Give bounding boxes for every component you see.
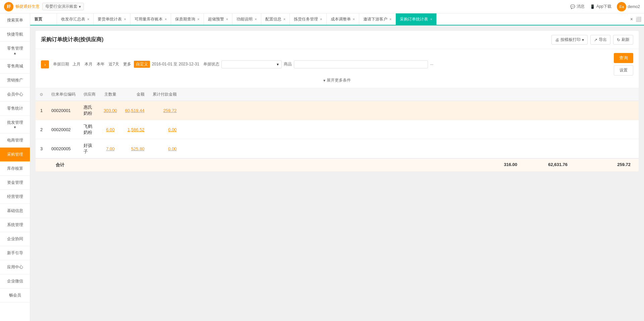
tab-label: 可用量库存账本 (135, 16, 163, 22)
tab-label: 成本调整单 (331, 16, 351, 22)
tab-close-icon[interactable]: × (255, 17, 257, 21)
page-title: 采购订单统计表(按供应商) (41, 36, 104, 43)
row-index: 2 (36, 120, 47, 139)
tab-invite[interactable]: 邀请下游客户 × (359, 13, 396, 25)
export-button[interactable]: ↗ 导出 (590, 35, 610, 45)
tab-close-icon[interactable]: × (197, 17, 199, 21)
tab-order-stat[interactable]: 要货单统计表 × (94, 13, 130, 25)
arrow-down-icon: ▼ (13, 125, 17, 129)
sidebar-item-retail-stat[interactable]: 零售统计 (0, 102, 30, 116)
date-link-more[interactable]: 更多 (122, 61, 132, 68)
table-row[interactable]: 3 00020005 好孩子 7.00 525.80 0.00 (36, 139, 639, 158)
date-link-7days[interactable]: 近7天 (107, 61, 120, 68)
sidebar-item-enterprise[interactable]: 企业协同 (0, 232, 30, 246)
sidebar-item-wechat[interactable]: 企业微信 (0, 274, 30, 288)
tab-close-icon[interactable]: × (320, 17, 322, 21)
sidebar-item-member[interactable]: 会员中心 (0, 88, 30, 102)
top-bar: 好 畅捷通好生意 母婴行业演示账套 ▾ 💬 消息 📱 App下载 Ea demo… (0, 0, 644, 13)
message-btn[interactable]: 💬 消息 (570, 4, 585, 9)
footer-amount: 62,631.76 (534, 162, 568, 168)
tab-available-inv[interactable]: 可用量库存账本 × (130, 13, 171, 25)
tab-pick-task[interactable]: 拣货任务管理 × (290, 13, 326, 25)
filter-date-group: 单据日期 上月 本月 本年 近7天 更多 自定义 2016-01-01 至 20… (53, 61, 199, 68)
date-link-cur-year[interactable]: 本年 (95, 61, 106, 68)
workspace-selector[interactable]: 母婴行业演示账套 ▾ (42, 3, 84, 10)
sidebar-item-appcenter[interactable]: 应用中心 (0, 260, 30, 274)
sidebar-item-ecommerce[interactable]: 电商管理 (0, 133, 30, 148)
sidebar-item-operations[interactable]: 经营管理 (0, 190, 30, 204)
sidebar-item-member2[interactable]: 畅会员 (0, 288, 30, 303)
filter-toggle-btn[interactable]: › (41, 60, 49, 68)
tab-overstock[interactable]: 超储预警 × (204, 13, 232, 25)
sidebar-item-inventory[interactable]: 库存核算 (0, 162, 30, 176)
sidebar-item-retail[interactable]: 零售管理 ▲ (0, 42, 30, 59)
row-extra (181, 120, 639, 139)
goods-input[interactable] (294, 60, 428, 68)
table-wrapper: ⚙ 往来单位编码 供应商 主数量 金额 累计付款金额 (36, 88, 639, 158)
user-area[interactable]: Ea demo2 (617, 2, 640, 11)
tab-collect-send[interactable]: 收发存汇总表 × (57, 13, 94, 25)
filter-actions: 查询 设置 (614, 53, 633, 75)
tab-close-icon[interactable]: × (226, 17, 228, 21)
tab-close-icon[interactable]: × (124, 17, 126, 21)
footer-qty: 316.00 (484, 162, 517, 168)
sidebar-item-search[interactable]: 搜索英单 (0, 13, 30, 28)
status-select[interactable]: ▾ (221, 60, 282, 68)
table-row[interactable]: 2 00020002 飞鹤奶粉 6.00 1,586.52 0.00 (36, 120, 639, 139)
sidebar-item-capital[interactable]: 资金管理 (0, 176, 30, 190)
tab-purchase-stat[interactable]: 采购订单统计表 × (396, 13, 436, 25)
message-label: 消息 (577, 4, 585, 9)
tab-close-all-icon[interactable]: × (630, 16, 633, 22)
query-button[interactable]: 查询 (614, 53, 633, 63)
page-header: 采购订单统计表(按供应商) 🖨 按模板打印 ▾ ↗ 导出 ↻ (36, 31, 639, 49)
settings-button[interactable]: 设置 (614, 65, 633, 75)
filter-area: › 单据日期 上月 本月 本年 近7天 更多 自定义 2016-0 (36, 49, 639, 88)
tab-close-icon[interactable]: × (389, 17, 391, 21)
tab-cost-adj[interactable]: 成本调整单 × (327, 13, 359, 25)
sidebar-item-purchase[interactable]: 采购管理 (0, 148, 30, 162)
sidebar-item-system[interactable]: 系统管理 (0, 218, 30, 232)
sidebar-item-quicknav[interactable]: 快捷导航 (0, 28, 30, 42)
table-header-row: ⚙ 往来单位编码 供应商 主数量 金额 累计付款金额 (36, 88, 639, 101)
th-settings: ⚙ (36, 88, 47, 101)
date-link-custom[interactable]: 自定义 (134, 61, 150, 68)
sidebar: 搜索英单 快捷导航 零售管理 ▲ 零售商城 营销推广 会员中心 零售统计 批发管… (0, 13, 30, 321)
sidebar-item-basic[interactable]: 基础信息 (0, 204, 30, 218)
footer-label: 合计 (40, 162, 147, 168)
tab-close-icon[interactable]: × (353, 17, 355, 21)
tab-func-desc[interactable]: 功能说明 × (232, 13, 261, 25)
app-download-btn[interactable]: 📱 App下载 (590, 4, 611, 9)
tab-home[interactable]: 首页 (30, 13, 57, 25)
row-supplier: 好孩子 (79, 139, 100, 158)
tab-bar: 首页 收发存汇总表 × 要货单统计表 × 可用量库存账本 × 保质期查询 × 超… (30, 13, 644, 25)
refresh-icon: ↻ (617, 38, 620, 42)
column-settings-icon[interactable]: ⚙ (40, 92, 43, 97)
sidebar-item-marketing[interactable]: 营销推广 (0, 73, 30, 88)
table-row[interactable]: 1 00020001 惠氏奶粉 303.00 60,519.44 259.72 (36, 101, 639, 120)
tab-close-icon[interactable]: × (165, 17, 167, 21)
top-bar-left: 好 畅捷通好生意 母婴行业演示账套 ▾ (4, 2, 84, 11)
date-link-prev-month[interactable]: 上月 (71, 61, 82, 68)
expand-more-btn[interactable]: ▾ 展开更多条件 (323, 77, 351, 83)
tab-label: 配置信息 (265, 16, 281, 22)
more-filter-icon[interactable]: ··· (430, 62, 433, 67)
sidebar-item-retail-shop[interactable]: 零售商城 (0, 59, 30, 73)
date-link-cur-month[interactable]: 本月 (83, 61, 94, 68)
sidebar-item-guide[interactable]: 新手引导 (0, 246, 30, 260)
tab-maximize-icon[interactable]: ⬜ (636, 16, 641, 22)
tab-config[interactable]: 配置信息 × (261, 13, 290, 25)
tab-close-icon[interactable]: × (283, 17, 285, 21)
sidebar-item-wholesale[interactable]: 批发管理 ▼ (0, 116, 30, 133)
tab-close-icon[interactable]: × (87, 17, 89, 21)
tab-close-icon[interactable]: × (430, 17, 432, 21)
date-filter-label: 单据日期 (53, 61, 69, 67)
page-actions: 🖨 按模板打印 ▾ ↗ 导出 ↻ 刷新 (551, 35, 633, 45)
sidebar-item-label: 批发管理 (7, 120, 23, 125)
row-code: 00020001 (47, 101, 79, 120)
refresh-button[interactable]: ↻ 刷新 (613, 35, 633, 45)
tab-expiry[interactable]: 保质期查询 × (171, 13, 204, 25)
print-button[interactable]: 🖨 按模板打印 ▾ (551, 35, 588, 45)
row-extra (181, 139, 639, 158)
tab-label: 邀请下游客户 (363, 16, 387, 22)
th-qty: 主数量 (100, 88, 121, 101)
